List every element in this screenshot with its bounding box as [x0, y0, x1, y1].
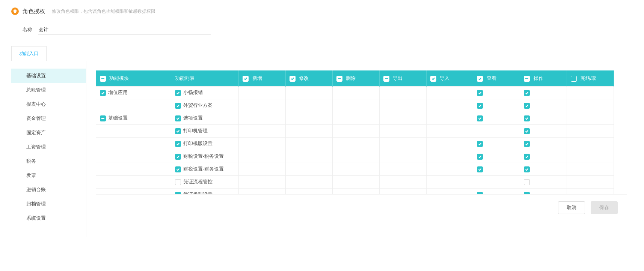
perm-checkbox[interactable] — [524, 128, 532, 134]
perm-cell — [567, 125, 614, 138]
header-checkbox[interactable] — [571, 76, 579, 82]
page-header: 角色授权 修改角色权限，包含该角色功能权限和敏感数据权限 — [11, 7, 633, 15]
feature-checkbox[interactable]: 财税设置-财务设置 — [175, 166, 224, 172]
perm-checkbox[interactable] — [477, 166, 485, 172]
feature-checkbox[interactable]: 凭证类型设置 — [175, 192, 213, 194]
checkbox-label: 财税设置-财务设置 — [183, 166, 224, 172]
sidebar-item-1[interactable]: 总账管理 — [11, 83, 86, 97]
column-label: 导入 — [439, 75, 450, 81]
column-header-0[interactable]: 功能模块 — [96, 70, 171, 87]
sidebar-item-0[interactable]: 基础设置 — [11, 69, 86, 83]
module-checkbox[interactable]: 增值应用 — [100, 90, 128, 96]
header-checkbox[interactable] — [383, 76, 392, 82]
perm-cell — [473, 163, 520, 176]
perm-cell — [239, 112, 286, 125]
column-label: 操作 — [532, 75, 543, 81]
perm-cell — [567, 112, 614, 125]
sidebar-item-6[interactable]: 税务 — [11, 154, 86, 168]
perm-checkbox[interactable] — [477, 115, 485, 121]
perm-checkbox[interactable] — [477, 141, 485, 147]
perm-checkbox[interactable] — [524, 179, 532, 185]
checkbox-label: 凭证类型设置 — [183, 192, 213, 194]
main-panel: 功能模块 功能列表 新增 修改 删除 导出 导入 查看 操作 完结/取 增值应用… — [86, 61, 633, 237]
header-checkbox[interactable] — [477, 76, 485, 82]
perm-cell — [239, 125, 286, 138]
feature-cell: 外贸行业方案 — [171, 99, 239, 112]
perm-cell — [285, 189, 332, 195]
save-button[interactable]: 保存 — [591, 201, 618, 214]
table-row: 增值应用小畅报销 — [96, 87, 614, 99]
column-header-8[interactable]: 操作 — [520, 70, 567, 87]
header-checkbox[interactable] — [100, 76, 108, 82]
perm-checkbox[interactable] — [524, 141, 532, 147]
sidebar-item-3[interactable]: 资金管理 — [11, 111, 86, 126]
header-checkbox[interactable] — [430, 76, 439, 82]
header-checkbox[interactable] — [524, 76, 532, 82]
sidebar-item-2[interactable]: 报表中心 — [11, 97, 86, 111]
module-checkbox[interactable]: 基础设置 — [100, 115, 128, 121]
perm-cell — [379, 163, 426, 176]
perm-cell — [520, 87, 567, 99]
perm-checkbox[interactable] — [524, 115, 532, 121]
perm-checkbox[interactable] — [524, 90, 532, 96]
perm-cell — [567, 99, 614, 112]
feature-cell: 凭证流程管控 — [171, 176, 239, 189]
column-label: 功能列表 — [175, 75, 195, 81]
sidebar-item-10[interactable]: 系统设置 — [11, 211, 86, 225]
column-header-1[interactable]: 功能列表 — [171, 70, 239, 87]
perm-cell — [285, 87, 332, 99]
feature-checkbox[interactable]: 小畅报销 — [175, 90, 203, 96]
perm-checkbox[interactable] — [524, 103, 532, 109]
perm-cell — [473, 138, 520, 150]
column-header-6[interactable]: 导入 — [426, 70, 473, 87]
perm-cell — [567, 176, 614, 189]
feature-checkbox[interactable]: 外贸行业方案 — [175, 102, 213, 109]
column-header-2[interactable]: 新增 — [239, 70, 286, 87]
perm-checkbox[interactable] — [477, 103, 485, 109]
header-checkbox[interactable] — [290, 76, 298, 82]
perm-cell — [332, 138, 379, 150]
column-label: 新增 — [251, 75, 262, 81]
perm-checkbox[interactable] — [524, 154, 532, 160]
tab-0[interactable]: 功能入口 — [11, 46, 47, 61]
perm-cell — [473, 150, 520, 163]
perm-cell — [567, 138, 614, 150]
name-input[interactable] — [38, 24, 211, 35]
perm-cell — [567, 163, 614, 176]
perm-cell — [239, 163, 286, 176]
permissions-table-wrap[interactable]: 功能模块 功能列表 新增 修改 删除 导出 导入 查看 操作 完结/取 增值应用… — [96, 70, 627, 194]
table-row: 外贸行业方案 — [96, 99, 614, 112]
checkbox-label: 增值应用 — [108, 90, 128, 96]
sidebar-item-5[interactable]: 工资管理 — [11, 140, 86, 154]
sidebar-item-7[interactable]: 发票 — [11, 168, 86, 183]
feature-checkbox[interactable]: 凭证流程管控 — [175, 179, 213, 185]
feature-checkbox[interactable]: 打印机管理 — [175, 128, 208, 134]
column-header-3[interactable]: 修改 — [285, 70, 332, 87]
cancel-button[interactable]: 取消 — [558, 201, 585, 214]
sidebar-item-9[interactable]: 归档管理 — [11, 197, 86, 211]
perm-cell — [426, 150, 473, 163]
feature-checkbox[interactable]: 选项设置 — [175, 115, 203, 121]
perm-checkbox[interactable] — [477, 90, 485, 96]
header-checkbox[interactable] — [336, 76, 345, 82]
perm-cell — [239, 87, 286, 99]
column-header-9[interactable]: 完结/取 — [567, 70, 614, 87]
perm-cell — [520, 176, 567, 189]
feature-checkbox[interactable]: 财税设置-税务设置 — [175, 153, 224, 160]
perm-checkbox[interactable] — [524, 166, 532, 172]
perm-cell — [426, 176, 473, 189]
feature-checkbox[interactable]: 打印模版设置 — [175, 141, 213, 147]
table-row: 财税设置-财务设置 — [96, 163, 614, 176]
header-checkbox[interactable] — [243, 76, 251, 82]
perm-cell — [379, 112, 426, 125]
perm-cell — [567, 189, 614, 195]
sidebar-item-4[interactable]: 固定资产 — [11, 126, 86, 140]
perm-checkbox[interactable] — [477, 154, 485, 160]
column-header-4[interactable]: 删除 — [332, 70, 379, 87]
feature-cell: 打印机管理 — [171, 125, 239, 138]
column-header-5[interactable]: 导出 — [379, 70, 426, 87]
column-header-7[interactable]: 查看 — [473, 70, 520, 87]
perm-cell — [520, 163, 567, 176]
sidebar-item-8[interactable]: 进销台账 — [11, 183, 86, 197]
shield-icon — [11, 7, 19, 15]
